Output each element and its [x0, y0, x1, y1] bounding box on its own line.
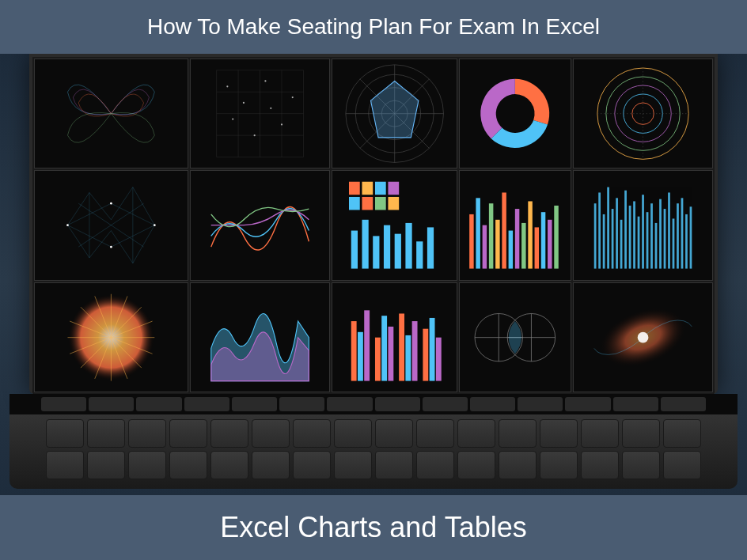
svg-rect-101 — [358, 331, 363, 380]
svg-rect-84 — [664, 209, 666, 269]
footer-title: Excel Charts and Tables — [220, 511, 527, 544]
chart-panel-vbars — [573, 170, 713, 280]
svg-point-12 — [264, 80, 266, 81]
laptop-base — [9, 394, 738, 489]
svg-rect-74 — [620, 220, 623, 269]
svg-rect-108 — [412, 321, 418, 381]
svg-rect-86 — [673, 219, 675, 269]
chart-panel-grouped — [332, 282, 457, 392]
svg-rect-58 — [495, 220, 499, 269]
svg-rect-43 — [362, 197, 373, 210]
svg-rect-44 — [375, 197, 386, 210]
svg-rect-90 — [689, 207, 692, 269]
svg-rect-41 — [388, 182, 399, 195]
svg-rect-47 — [362, 220, 368, 269]
svg-rect-109 — [423, 328, 428, 380]
chart-panel-rings — [573, 59, 713, 168]
svg-rect-65 — [541, 213, 545, 269]
svg-rect-80 — [647, 213, 649, 269]
chart-panel-scatter — [190, 59, 330, 168]
svg-rect-106 — [399, 313, 404, 380]
chart-panel-area — [190, 282, 330, 392]
chart-panel-starburst — [34, 282, 188, 392]
svg-rect-45 — [388, 197, 399, 210]
page-title: How To Make Seating Plan For Exam In Exc… — [147, 14, 600, 40]
svg-rect-42 — [349, 197, 360, 210]
svg-rect-57 — [489, 204, 493, 269]
svg-rect-64 — [535, 228, 539, 269]
svg-rect-76 — [629, 206, 631, 269]
top-banner: How To Make Seating Plan For Exam In Exc… — [0, 0, 747, 54]
svg-rect-40 — [375, 182, 386, 195]
svg-rect-105 — [388, 327, 393, 381]
svg-rect-56 — [483, 225, 487, 269]
svg-point-115 — [638, 331, 649, 342]
chart-panel-donut — [459, 59, 571, 168]
svg-rect-102 — [364, 310, 370, 380]
svg-rect-50 — [395, 234, 401, 269]
svg-rect-49 — [384, 225, 390, 269]
svg-rect-52 — [416, 242, 423, 269]
svg-rect-111 — [436, 337, 442, 380]
svg-rect-73 — [616, 199, 618, 269]
bottom-banner: Excel Charts and Tables — [0, 495, 747, 560]
chart-panel-waves — [190, 170, 330, 280]
chart-panel-spiral — [573, 282, 713, 392]
svg-rect-67 — [555, 206, 559, 269]
svg-rect-77 — [633, 202, 635, 269]
chart-panel-histogram — [459, 170, 571, 280]
svg-point-35 — [154, 225, 156, 227]
svg-rect-104 — [381, 316, 387, 380]
svg-point-13 — [281, 123, 282, 125]
svg-rect-100 — [351, 321, 357, 381]
svg-point-17 — [270, 108, 271, 109]
chart-panel-circles — [459, 282, 571, 392]
svg-rect-69 — [598, 193, 601, 269]
svg-rect-61 — [515, 209, 519, 269]
svg-point-10 — [226, 85, 228, 87]
keyboard — [9, 414, 738, 487]
svg-rect-68 — [594, 204, 597, 269]
svg-rect-78 — [638, 217, 640, 269]
svg-point-11 — [243, 102, 245, 104]
svg-rect-103 — [375, 337, 381, 380]
svg-rect-62 — [521, 223, 525, 269]
touchbar — [9, 394, 738, 414]
svg-rect-54 — [469, 214, 473, 269]
svg-rect-55 — [476, 199, 480, 269]
svg-point-34 — [66, 225, 69, 227]
chart-dashboard-grid — [32, 57, 715, 394]
svg-rect-59 — [502, 193, 506, 269]
chart-panel-radar — [332, 59, 457, 168]
svg-rect-88 — [681, 199, 684, 269]
chart-panel-butterfly — [34, 59, 188, 168]
laptop-illustration — [0, 54, 747, 495]
chart-panel-heatmap — [332, 170, 457, 280]
svg-rect-79 — [642, 195, 644, 269]
svg-rect-72 — [612, 209, 614, 269]
svg-marker-26 — [370, 81, 418, 137]
svg-point-37 — [110, 246, 112, 248]
svg-rect-48 — [373, 236, 379, 269]
svg-rect-107 — [405, 335, 411, 381]
svg-rect-81 — [650, 204, 653, 269]
svg-point-14 — [253, 134, 255, 136]
svg-rect-82 — [655, 223, 658, 269]
svg-rect-87 — [677, 204, 679, 269]
svg-rect-39 — [362, 182, 373, 195]
svg-point-36 — [110, 202, 112, 205]
svg-rect-38 — [349, 182, 360, 195]
svg-rect-66 — [548, 220, 552, 269]
svg-rect-70 — [603, 214, 605, 269]
svg-rect-75 — [624, 191, 627, 269]
svg-rect-53 — [427, 228, 434, 269]
svg-rect-51 — [405, 223, 411, 269]
svg-rect-89 — [685, 214, 688, 269]
svg-point-15 — [291, 96, 293, 98]
svg-rect-63 — [529, 202, 533, 269]
chart-panel-mesh — [34, 170, 188, 280]
laptop-screen — [29, 54, 718, 394]
svg-rect-71 — [607, 187, 609, 269]
svg-point-16 — [232, 118, 233, 119]
svg-rect-60 — [509, 231, 513, 269]
